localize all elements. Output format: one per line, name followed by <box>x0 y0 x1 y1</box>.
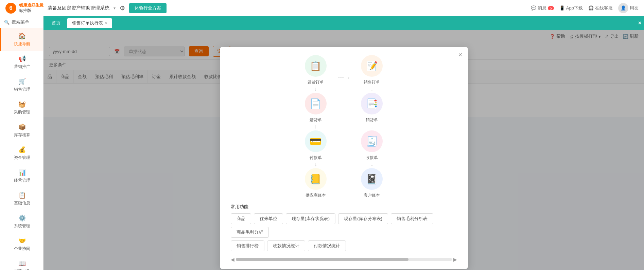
ops-mgmt-label: 经营管理 <box>14 178 30 183</box>
common-functions-section: 常用功能 商品往来单位现存量(库存状况表)现存量(库存分布表)销售毛利分析表商品… <box>231 204 457 251</box>
sidebar-search[interactable]: 🔍 搜索菜单 <box>0 16 43 28</box>
message-button[interactable]: 💬 消息 5 <box>531 5 554 11</box>
flow-node-payment[interactable]: 💳 付款单 <box>294 130 338 161</box>
avatar: 👤 <box>618 3 628 13</box>
receipt-circle: 🧾 <box>361 130 383 152</box>
func-buttons-row-2: 销售排行榜收款情况统计付款情况统计 <box>231 240 457 251</box>
online-service-button[interactable]: 🎧 在线客服 <box>588 5 613 11</box>
quick-nav-label: 快捷导航 <box>14 41 30 47</box>
purchase-bill-label: 进货单 <box>310 117 322 123</box>
func-btn-现存量(库存状况表)[interactable]: 现存量(库存状况表) <box>286 213 336 224</box>
sidebar-item-sys-mgmt[interactable]: ⚙️ 系统管理 <box>0 210 43 233</box>
sidebar: 🔍 搜索菜单 🏠 快捷导航 📢 营销推广 🛒 销售管理 🧺 采购管理 📦 库存核… <box>0 16 43 270</box>
scrollbar-row: ◀ ▶ <box>231 254 457 264</box>
sidebar-item-quick-nav[interactable]: 🏠 快捷导航 <box>0 28 43 51</box>
flow-node-purchase-order[interactable]: 📋 进货订单 <box>294 55 338 85</box>
center-arrows: - - - → <box>338 55 350 152</box>
user-menu-button[interactable]: 👤 用友 <box>618 3 639 13</box>
top-bar: 6 畅康通好生意 标推版 装备及固定资产辅助管理系统 ▾ ⚙ 体验行业方案 💬 … <box>0 0 644 16</box>
marketing-icon: 📢 <box>18 55 26 62</box>
sidebar-item-marketing[interactable]: 📢 营销推广 <box>0 51 43 74</box>
app-download-button[interactable]: 📱 App下载 <box>559 5 583 11</box>
system-name: 装备及固定资产辅助管理系统 <box>48 5 109 11</box>
content-area: 首页 销售订单执行表 × × ❓ 帮助 🖨 <box>43 16 644 270</box>
customer-ledger-circle: 📓 <box>361 168 383 190</box>
sales-mgmt-icon: 🛒 <box>18 78 26 85</box>
quick-nav-icon: 🏠 <box>18 32 26 40</box>
modal-overlay: × 📋 进货订单 <box>43 30 644 270</box>
modal-close-button[interactable]: × <box>458 51 463 59</box>
logo-text: 畅康通好生意 标推版 <box>19 3 43 13</box>
flow-node-purchase-bill[interactable]: 📄 进货单 <box>294 93 338 123</box>
tab-bar: 首页 销售订单执行表 × × <box>43 16 644 30</box>
tab-home[interactable]: 首页 <box>46 17 66 29</box>
payment-label: 付款单 <box>310 155 322 161</box>
arrow-down-2: ↓ <box>314 124 317 130</box>
sidebar-item-newbie[interactable]: 📖 新手引导 <box>0 256 43 270</box>
func-btn-商品毛利分析[interactable]: 商品毛利分析 <box>231 227 269 238</box>
newbie-label: 新手引导 <box>14 269 30 270</box>
search-icon: 🔍 <box>4 20 10 25</box>
flow-node-sales-order[interactable]: 📝 销售订单 <box>350 55 394 85</box>
flow-node-receipt[interactable]: 🧾 收款单 <box>350 130 394 161</box>
newbie-icon: 📖 <box>18 260 26 267</box>
supplier-ledger-label: 供应商账本 <box>306 193 326 198</box>
sales-bill-label: 销货单 <box>366 117 378 123</box>
sales-mgmt-label: 销售管理 <box>14 87 30 92</box>
scrollbar-track[interactable] <box>236 258 452 261</box>
sys-mgmt-icon: ⚙️ <box>18 214 26 222</box>
sidebar-item-basic-info[interactable]: 📋 基础信息 <box>0 187 43 210</box>
arrow-down-1: ↓ <box>314 86 317 92</box>
scroll-left-icon[interactable]: ◀ <box>231 257 234 262</box>
sales-order-circle: 📝 <box>361 55 383 77</box>
finance-icon: 💰 <box>18 146 26 154</box>
flow-node-sales-bill[interactable]: 📑 销货单 <box>350 93 394 123</box>
func-btn-销售毛利分析表[interactable]: 销售毛利分析表 <box>391 213 433 224</box>
arrow-down-6: ↓ <box>370 161 373 167</box>
scroll-right-icon[interactable]: ▶ <box>453 257 457 262</box>
settings-icon[interactable]: ⚙ <box>120 4 125 12</box>
sidebar-item-purchase-mgmt[interactable]: 🧺 采购管理 <box>0 96 43 119</box>
purchase-mgmt-label: 采购管理 <box>14 109 30 115</box>
sidebar-item-finance[interactable]: 💰 资金管理 <box>0 142 43 165</box>
tab-sales-execution[interactable]: 销售订单执行表 × <box>67 18 112 28</box>
close-all-tabs-button[interactable]: × <box>638 20 641 26</box>
sys-mgmt-label: 系统管理 <box>14 223 30 229</box>
func-btn-销售排行榜[interactable]: 销售排行榜 <box>231 240 264 251</box>
common-functions-title: 常用功能 <box>231 204 457 210</box>
enterprise-label: 企业协同 <box>14 246 30 252</box>
h-arrow-1: - - - → <box>338 62 350 92</box>
func-buttons-row-1: 商品往来单位现存量(库存状况表)现存量(库存分布表)销售毛利分析表商品毛利分析 <box>231 213 457 238</box>
flow-modal: × 📋 进货订单 <box>220 47 468 269</box>
scrollbar-thumb <box>236 258 409 261</box>
system-dropdown-arrow[interactable]: ▾ <box>114 6 116 11</box>
purchase-order-circle: 📋 <box>305 55 327 77</box>
sales-bill-circle: 📑 <box>361 93 383 114</box>
basic-info-label: 基础信息 <box>14 200 30 206</box>
ops-mgmt-icon: 📊 <box>18 169 26 176</box>
sidebar-item-ops-mgmt[interactable]: 📊 经营管理 <box>0 165 43 187</box>
sidebar-item-enterprise[interactable]: 🤝 企业协同 <box>0 233 43 256</box>
logo-area: 6 畅康通好生意 标推版 <box>5 3 43 14</box>
func-btn-收款情况统计[interactable]: 收款情况统计 <box>267 240 305 251</box>
tab-close-icon[interactable]: × <box>105 21 107 25</box>
func-btn-商品[interactable]: 商品 <box>231 213 251 224</box>
purchase-order-label: 进货订单 <box>308 79 324 85</box>
inventory-label: 库存核算 <box>14 132 30 138</box>
enterprise-icon: 🤝 <box>18 237 26 245</box>
func-btn-现存量(库存分布表)[interactable]: 现存量(库存分布表) <box>338 213 388 224</box>
sidebar-item-inventory[interactable]: 📦 库存核算 <box>0 119 43 142</box>
func-btn-往来单位[interactable]: 往来单位 <box>254 213 283 224</box>
sidebar-item-sales-mgmt[interactable]: 🛒 销售管理 <box>0 74 43 96</box>
flow-node-supplier-ledger[interactable]: 📒 供应商账本 <box>294 168 338 198</box>
func-btn-付款情况统计[interactable]: 付款情况统计 <box>308 240 346 251</box>
purchase-mgmt-icon: 🧺 <box>18 101 26 108</box>
finance-label: 资金管理 <box>14 155 30 161</box>
content-body: ❓ 帮助 🖨 按模板打印 ▾ ↗ 导出 🔄 <box>43 30 644 270</box>
right-flow-col: 📝 销售订单 ↓ 📑 <box>350 55 394 198</box>
flow-diagram: 📋 进货订单 ↓ 📄 <box>231 55 457 198</box>
receipt-label: 收款单 <box>366 155 378 161</box>
marketing-label: 营销推广 <box>14 64 30 70</box>
flow-node-customer-ledger[interactable]: 📓 客户账本 <box>350 168 394 198</box>
experience-button[interactable]: 体验行业方案 <box>129 3 167 13</box>
